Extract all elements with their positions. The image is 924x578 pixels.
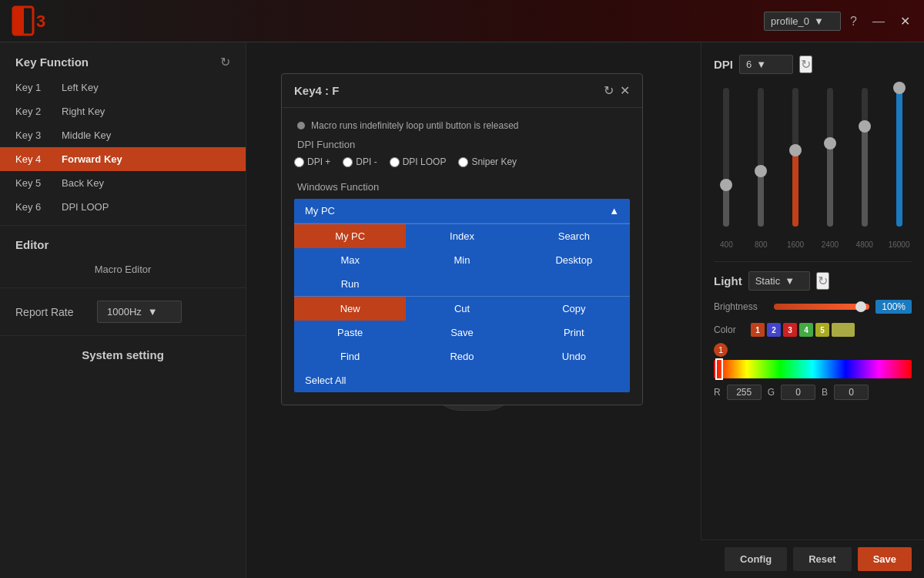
save-button[interactable]: Save [858, 547, 912, 571]
dropdown-item-min[interactable]: Min [406, 248, 517, 272]
dpi-section: DPI 6 ▼ ↻ [714, 55, 912, 249]
chevron-down-icon: ▼ [148, 306, 158, 318]
dpi-slider-3[interactable] [783, 88, 808, 227]
color-swatch-5[interactable]: 5 [815, 323, 829, 337]
dropdown-item-index[interactable]: Index [406, 224, 517, 248]
dpi-slider-1[interactable] [714, 88, 739, 227]
dropdown-item-selectall[interactable]: Select All [294, 368, 630, 392]
system-setting-button[interactable]: System setting [0, 335, 246, 374]
dpi-slider-6[interactable] [886, 88, 912, 227]
key-5-name: Key 5 [15, 177, 62, 189]
dropdown-item-copy[interactable]: Copy [518, 297, 630, 321]
profile-dropdown[interactable]: profile_0 ▼ [764, 12, 841, 31]
dropdown-row-6: Select All [294, 368, 630, 392]
dropdown-item-redo[interactable]: Redo [406, 344, 517, 368]
dpi-count-value: 6 [746, 59, 752, 70]
color-swatch-4[interactable]: 4 [799, 323, 813, 337]
key-row-3[interactable]: Key 3 Middle Key [0, 123, 246, 147]
color-swatch-multi[interactable] [832, 323, 855, 337]
g-value-input[interactable]: 0 [781, 385, 815, 400]
modal-refresh-button[interactable]: ↻ [604, 83, 614, 98]
color-gradient-bar[interactable] [714, 360, 912, 378]
key-5-value: Back Key [62, 177, 104, 189]
dpi-count-dropdown[interactable]: 6 ▼ [739, 55, 793, 74]
color-swatch-2[interactable]: 2 [767, 323, 781, 337]
logo-icon: 3 [12, 5, 58, 36]
dropdown-item-run[interactable]: Run [294, 272, 406, 296]
svg-text:3: 3 [36, 12, 45, 31]
windows-function-section: Windows Function My PC ▲ My PC Index Sea… [294, 181, 630, 392]
key-assignment-modal: Key4 : F ↻ ✕ Macro runs indefinitely loo… [281, 73, 643, 405]
dpi-radio-plus[interactable] [294, 157, 304, 167]
key-row-4[interactable]: Key 4 Forward Key [0, 147, 246, 171]
key-row-1[interactable]: Key 1 Left Key [0, 76, 246, 99]
reset-button[interactable]: Reset [793, 547, 851, 571]
modal-close-button[interactable]: ✕ [620, 83, 630, 98]
b-value-input[interactable]: 0 [834, 385, 869, 400]
dpi-slider-track-5[interactable] [862, 88, 868, 227]
dropdown-item-cut[interactable]: Cut [406, 297, 517, 321]
macro-editor-button[interactable]: Macro Editor [0, 257, 246, 281]
key-1-name: Key 1 [15, 82, 62, 93]
chevron-up-icon: ▲ [609, 205, 619, 217]
dropdown-item-desktop[interactable]: Desktop [518, 248, 630, 272]
editor-section: Editor [0, 225, 246, 257]
light-refresh-button[interactable]: ↻ [816, 272, 829, 290]
dpi-radio-sniper[interactable] [458, 157, 468, 167]
dpi-slider-5[interactable] [852, 88, 877, 227]
key-row-6[interactable]: Key 6 DPI LOOP [0, 195, 246, 219]
key-row-5[interactable]: Key 5 Back Key [0, 171, 246, 195]
dropdown-header[interactable]: My PC ▲ [294, 199, 630, 223]
dpi-slider-track-4[interactable] [827, 88, 833, 227]
key-row-2[interactable]: Key 2 Right Key [0, 99, 246, 123]
dropdown-row-4: Paste Save Print [294, 321, 630, 344]
dropdown-item-undo[interactable]: Undo [518, 344, 630, 368]
dpi-refresh-button[interactable]: ↻ [799, 55, 812, 73]
dropdown-row-3: New Cut Copy [294, 296, 630, 321]
dpi-radio-minus[interactable] [343, 157, 353, 167]
report-rate-dropdown[interactable]: 1000Hz ▼ [97, 301, 182, 323]
macro-note-text: Macro runs indefinitely loop until butto… [311, 120, 518, 131]
dpi-radio-loop[interactable] [390, 157, 400, 167]
dpi-option-minus[interactable]: DPI - [343, 156, 377, 167]
dpi-slider-track-1[interactable] [723, 88, 729, 227]
color-swatch-3[interactable]: 3 [783, 323, 797, 337]
header-controls: profile_0 ▼ ? — ✕ [764, 0, 916, 42]
dropdown-item-paste[interactable]: Paste [294, 321, 406, 344]
close-button[interactable]: ✕ [894, 12, 916, 31]
dropdown-item-search[interactable]: Search [518, 224, 630, 248]
color-gradient-marker[interactable] [715, 358, 723, 380]
dpi-slider-4[interactable] [817, 88, 842, 227]
brightness-slider[interactable] [774, 304, 869, 310]
dropdown-item-max[interactable]: Max [294, 248, 406, 272]
key-6-value: DPI LOOP [62, 201, 109, 213]
key-function-refresh-button[interactable]: ↻ [220, 55, 230, 69]
bottom-bar: Config Reset Save [701, 539, 924, 578]
dropdown-item-save[interactable]: Save [406, 321, 517, 344]
dpi-option-plus[interactable]: DPI + [294, 156, 330, 167]
config-button[interactable]: Config [725, 547, 787, 571]
color-swatches: 1 2 3 4 5 [751, 323, 855, 337]
light-section: Light Static ▼ ↻ Brightness 100% Color 1… [714, 261, 912, 400]
dpi-slider-track-6[interactable] [896, 88, 902, 227]
b-label: B [822, 387, 828, 398]
dropdown-item-print[interactable]: Print [518, 321, 630, 344]
chevron-down-icon: ▼ [785, 275, 795, 287]
dpi-slider-track-2[interactable] [758, 88, 764, 227]
dpi-option-loop[interactable]: DPI LOOP [390, 156, 447, 167]
brightness-thumb[interactable] [855, 301, 866, 312]
minimize-button[interactable]: — [866, 12, 891, 31]
dropdown-item-find[interactable]: Find [294, 344, 406, 368]
dpi-slider-track-3[interactable] [792, 88, 798, 227]
modal-actions: ↻ ✕ [604, 83, 630, 98]
brightness-value: 100% [875, 300, 912, 314]
dpi-option-plus-label: DPI + [307, 156, 330, 167]
dpi-slider-2[interactable] [748, 88, 774, 227]
color-swatch-1[interactable]: 1 [751, 323, 765, 337]
r-value-input[interactable]: 255 [727, 385, 762, 400]
dropdown-item-new[interactable]: New [294, 297, 406, 321]
help-button[interactable]: ? [844, 12, 863, 31]
dropdown-item-mypc[interactable]: My PC [294, 224, 406, 248]
dpi-option-sniper[interactable]: Sniper Key [458, 156, 517, 167]
light-mode-dropdown[interactable]: Static ▼ [748, 271, 810, 291]
